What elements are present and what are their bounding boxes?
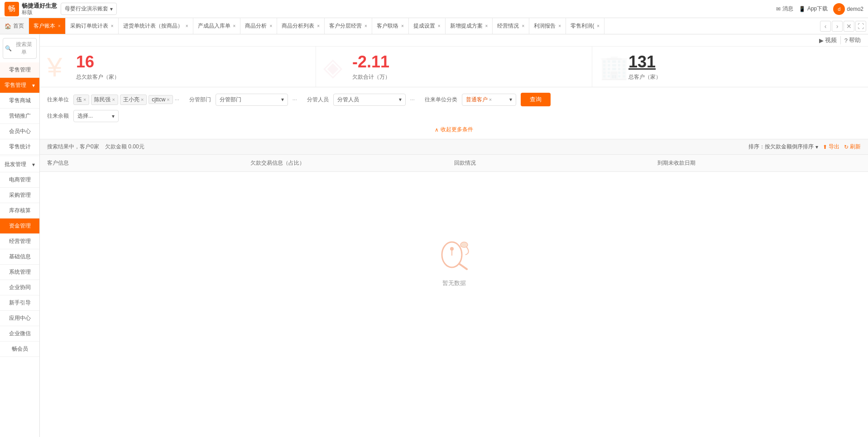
close-tab-purchase-order[interactable]: × [111, 24, 114, 28]
sidebar-divider-1 [0, 156, 39, 156]
sidebar-item-system[interactable]: 系统管理 [0, 265, 39, 280]
tab-home[interactable]: 🏠 首页 [0, 18, 29, 34]
sidebar-item-member-plus[interactable]: 畅会员 [0, 342, 39, 357]
close-tab-profit-report[interactable]: × [558, 24, 561, 28]
collapse-btn[interactable]: ∧ 收起更多条件 [435, 126, 473, 133]
sidebar-item-operation-mgmt[interactable]: 经营管理 [0, 234, 39, 249]
filter-tag-chen: 陈民强 × [91, 95, 118, 105]
close-tab-purchase-stat[interactable]: × [186, 24, 188, 28]
tab-retail-profit[interactable]: 零售利润( × [566, 18, 604, 34]
tab-operation[interactable]: 经营情况 × [493, 18, 529, 34]
video-link[interactable]: ▶ 视频 [819, 36, 837, 44]
chevron-sort: ▾ [815, 144, 818, 150]
chevron-dept: ▾ [281, 96, 284, 103]
sidebar-item-finance[interactable]: 资金管理 [0, 218, 39, 234]
filter-dept-select[interactable]: 分管部门 ▾ [216, 94, 288, 106]
close-tab-goods-analysis[interactable]: × [269, 24, 272, 28]
user-profile[interactable]: d demo2 [833, 3, 863, 15]
card1-icon: ¥ [47, 51, 62, 82]
tab-purchase-stat[interactable]: 进货单统计表（按商品） × [119, 18, 193, 34]
tab-credit[interactable]: 客户账本 × [29, 18, 66, 34]
refresh-btn[interactable]: ↻ 刷新 [844, 143, 861, 151]
close-tab-operation[interactable]: × [522, 24, 524, 28]
svg-point-4 [460, 242, 468, 247]
chevron-icon: ▾ [32, 82, 35, 89]
sidebar-item-retail[interactable]: 零售管理 ▾ [0, 78, 39, 93]
close-tab-production[interactable]: × [233, 24, 236, 28]
logo-text: 畅捷通好生意 标版 [22, 2, 57, 16]
close-tab-new-proposal[interactable]: × [485, 24, 488, 28]
tab-purchase-order[interactable]: 采购订单统计表 × [66, 18, 119, 34]
tab-fullscreen[interactable]: ⛶ [855, 21, 866, 32]
tab-new-proposal[interactable]: 新增提成方案 × [446, 18, 493, 34]
close-tab-customer-contact[interactable]: × [401, 24, 404, 28]
help-link[interactable]: ? 帮助 [844, 36, 861, 44]
remove-tag-cjttcw[interactable]: × [167, 97, 169, 102]
result-bar: 搜索结果中，客户0家 欠款金额 0.00元 排序：按欠款金额倒序排序 ▾ ⬆ 导… [40, 139, 868, 155]
close-tab-credit[interactable]: × [58, 24, 61, 28]
col-debt-info: 欠款交易信息（占比） [250, 159, 454, 167]
tab-close-all[interactable]: ✕ [844, 21, 854, 32]
sidebar-item-purchase[interactable]: 采购管理 [0, 188, 39, 203]
message-icon: ✉ [776, 6, 781, 12]
filter-tags-unit: 伍 × 陈民强 × 王小亮 × cjttcw × ··· [73, 95, 179, 105]
sidebar-item-retail-shop[interactable]: 零售商城 [0, 93, 39, 109]
filter-dept-more[interactable]: ··· [293, 96, 297, 103]
remove-tag-wang[interactable]: × [141, 97, 144, 102]
filter-label-person: 分管人员 [307, 96, 329, 104]
filter-classify-tag: 普通客户 × [466, 96, 492, 104]
chevron-icon-wholesale: ▾ [32, 162, 35, 168]
export-btn[interactable]: ⬆ 导出 [823, 143, 839, 151]
sidebar-item-enterprise-wechat[interactable]: 企业微信 [0, 326, 39, 342]
close-tab-goods-list[interactable]: × [317, 24, 320, 28]
filter-balance-select[interactable]: 选择... ▾ [73, 110, 119, 122]
tab-customer-segment[interactable]: 客户分层经营 × [325, 18, 372, 34]
table-header: 客户信息 欠款交易信息（占比） 回款情况 到期未收款日期 [40, 155, 868, 172]
help-icon: ? [844, 37, 848, 44]
sidebar-item-retail-stat[interactable]: 零售统计 [0, 139, 39, 155]
filter-tag-wu: 伍 × [73, 95, 89, 105]
filter-more-tags[interactable]: ··· [175, 96, 179, 103]
tab-proposal-settings[interactable]: 提成设置 × [409, 18, 446, 34]
summary-card-customers: ¥ 16 总欠款客户（家） [40, 47, 316, 87]
filter-person-select[interactable]: 分管人员 ▾ [333, 94, 406, 106]
tab-scroll-right[interactable]: › [832, 21, 843, 32]
tab-goods-analysis[interactable]: 商品分析 × [240, 18, 277, 34]
tab-production[interactable]: 产成品入库单 × [193, 18, 241, 34]
sidebar-search-btn[interactable]: 🔍 搜索菜单 [3, 38, 37, 59]
col-due-date: 到期未收款日期 [657, 159, 861, 167]
sidebar-item-app-center[interactable]: 应用中心 [0, 311, 39, 326]
sidebar-item-basic-info[interactable]: 基础信息 [0, 249, 39, 265]
app-download-btn[interactable]: 📱 App下载 [799, 5, 828, 13]
card2-icon: ◈ [323, 52, 342, 81]
tab-customer-contact[interactable]: 客户联络 × [372, 18, 409, 34]
close-tab-retail-profit[interactable]: × [597, 24, 599, 28]
sidebar-item-new-guide[interactable]: 新手引导 [0, 295, 39, 311]
filter-classify-select[interactable]: 普通客户 × ▾ [462, 94, 516, 106]
message-btn[interactable]: ✉ 消息 [776, 5, 793, 13]
sidebar-item-inventory[interactable]: 库存核算 [0, 203, 39, 218]
col-customer-info: 客户信息 [47, 159, 250, 167]
tab-profit-report[interactable]: 利润报告 × [529, 18, 566, 34]
sort-select[interactable]: 排序：按欠款金额倒序排序 ▾ [748, 143, 818, 151]
video-icon: ▶ [819, 37, 824, 44]
remove-classify-tag[interactable]: × [489, 97, 492, 102]
remove-tag-chen[interactable]: × [112, 97, 115, 102]
query-button[interactable]: 查询 [521, 93, 551, 106]
remove-tag-wu[interactable]: × [83, 97, 86, 102]
filter-person-more[interactable]: ··· [410, 96, 415, 103]
tab-scroll-left[interactable]: ‹ [820, 21, 831, 32]
result-info: 搜索结果中，客户0家 欠款金额 0.00元 [47, 143, 144, 151]
top-bar-left: 畅 畅捷通好生意 标版 母婴行业演示账套 ▾ [5, 2, 117, 16]
close-tab-proposal-settings[interactable]: × [438, 24, 441, 28]
sidebar-item-member[interactable]: 会员中心 [0, 124, 39, 139]
tab-goods-list[interactable]: 商品分析列表 × [277, 18, 325, 34]
sidebar-item-marketing[interactable]: 营销推广 [0, 109, 39, 124]
account-selector[interactable]: 母婴行业演示账套 ▾ [61, 3, 117, 15]
home-icon: 🏠 [5, 23, 11, 29]
sidebar-item-ecommerce[interactable]: 电商管理 [0, 172, 39, 188]
sidebar-item-wholesale[interactable]: 批发管理 ▾ [0, 157, 39, 172]
sidebar-quick-nav[interactable]: 零售管理 [0, 62, 39, 78]
sidebar-item-enterprise[interactable]: 企业协同 [0, 280, 39, 295]
close-tab-customer-segment[interactable]: × [364, 24, 367, 28]
